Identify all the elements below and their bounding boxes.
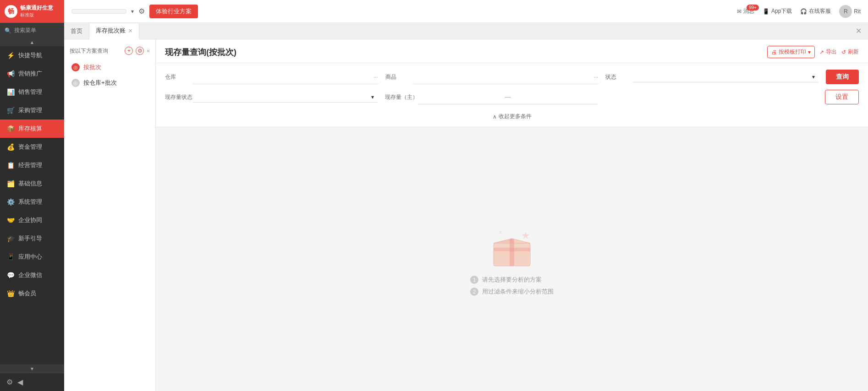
sidebar-bottom: ⚙ ◀	[0, 373, 64, 391]
close-all-tabs-button[interactable]: ✕	[849, 27, 868, 35]
sidebar-item-system[interactable]: ⚙️ 系统管理	[0, 193, 64, 211]
trial-industry-button[interactable]: 体验行业方案	[149, 5, 198, 18]
messages-item[interactable]: ✉ 消息 99+	[737, 7, 754, 15]
company-name: 畅康通好生意	[20, 5, 53, 12]
online-service-item[interactable]: 🎧 在线客服	[800, 7, 831, 15]
plan-item-batch[interactable]: ◎ 按批次	[64, 60, 155, 75]
sidebar-item-operations[interactable]: 📋 经营管理	[0, 156, 64, 174]
stock-qty-max-input[interactable]	[513, 92, 598, 102]
empty-step1-label: 请先选择要分析的方案	[482, 276, 542, 284]
collapse-more-button[interactable]: ∧ 收起更多条件	[165, 110, 859, 120]
sidebar-nav: ⚡ 快捷导航 📢 营销推广 📊 销售管理 🛒 采购管理 📦 库存核算 💰 资金管…	[0, 46, 64, 364]
marketing-icon: 📢	[6, 70, 15, 78]
sidebar-item-enterprise[interactable]: 🤝 企业协同	[0, 211, 64, 229]
svg-marker-4	[498, 229, 503, 234]
settings-icon[interactable]: ⚙	[6, 378, 13, 386]
topbar-search-box	[71, 9, 126, 14]
print-dropdown-icon[interactable]: ▾	[808, 49, 811, 55]
tab-batch-account[interactable]: 库存批次账 ✕	[89, 23, 139, 39]
svg-marker-3	[522, 232, 529, 239]
stock-qty-filter-group: 现存量（主） —	[385, 90, 598, 104]
sidebar-item-wechat[interactable]: 💬 企业微信	[0, 266, 64, 284]
query-button[interactable]: 查询	[826, 70, 859, 84]
collapse-icon: ∧	[493, 114, 497, 120]
sidebar-item-quick-nav[interactable]: ⚡ 快捷导航	[0, 46, 64, 65]
app-download-item[interactable]: 📱 App下载	[763, 7, 792, 15]
product-more-icon[interactable]: ···	[593, 74, 598, 80]
product-filter-group: 商品 ···	[385, 70, 599, 84]
svg-rect-1	[510, 239, 514, 266]
topbar-dropdown-icon[interactable]: ▾	[131, 8, 134, 15]
product-input-wrapper: ···	[413, 70, 599, 84]
app-download-icon: 📱	[763, 8, 769, 15]
avatar: R	[839, 5, 852, 18]
member-icon: 👑	[6, 289, 15, 298]
step-num-2: 2	[470, 288, 478, 296]
plan-item-warehouse-batch[interactable]: ◎ 按仓库+批次	[64, 75, 155, 91]
newbie-icon: 🎓	[6, 234, 15, 243]
stock-qty-range-wrapper: —	[418, 90, 598, 104]
tab-close-icon[interactable]: ✕	[128, 28, 132, 34]
collapse-panel-button[interactable]: «	[147, 48, 150, 54]
sidebar-scroll-up[interactable]: ▲	[0, 38, 64, 46]
collapse-sidebar-icon[interactable]: ◀	[17, 378, 23, 386]
print-button[interactable]: 🖨 按模板打印 ▾	[767, 46, 815, 58]
left-panel: 按以下方案查询 + ⚙ « ◎ 按批次 ◎ 按仓库+批次	[64, 39, 156, 391]
app-icon: 📱	[6, 253, 15, 261]
empty-step-1: 1 请先选择要分析的方案	[470, 276, 554, 284]
add-plan-button[interactable]: +	[125, 47, 133, 55]
tabbar: 首页 库存批次账 ✕ ✕	[64, 23, 868, 39]
sidebar-item-label: 应用中心	[18, 253, 42, 261]
sidebar-item-purchase[interactable]: 🛒 采购管理	[0, 101, 64, 119]
user-name: Rit	[854, 8, 861, 15]
topbar-right: ✉ 消息 99+ 📱 App下载 🎧 在线客服 R Rit	[737, 5, 861, 18]
topbar-gear-icon[interactable]: ⚙	[138, 7, 145, 16]
status-filter-group: 状态 ▾	[605, 72, 819, 82]
refresh-button[interactable]: ↺ 刷新	[841, 48, 859, 56]
quick-nav-icon: ⚡	[6, 51, 15, 60]
sidebar-item-sales[interactable]: 📊 销售管理	[0, 83, 64, 101]
service-icon: 🎧	[800, 8, 807, 15]
status-select[interactable]: ▾	[633, 72, 819, 82]
sidebar-item-basic[interactable]: 🗂️ 基础信息	[0, 174, 64, 193]
sidebar-header: 畅 畅康通好生意 标准版	[0, 0, 64, 23]
tab-home[interactable]: 首页	[64, 23, 89, 39]
stock-qty-min-input[interactable]	[418, 92, 503, 102]
purchase-icon: 🛒	[6, 106, 15, 114]
tab-batch-label: 库存批次账	[96, 27, 126, 35]
plan-settings-button[interactable]: ⚙	[136, 47, 144, 55]
sidebar-item-marketing[interactable]: 📢 营销推广	[0, 65, 64, 83]
sidebar-item-label: 新手引导	[18, 234, 42, 243]
filter-area: 仓库 ··· 商品 ··· 状态	[156, 63, 868, 127]
topbar: ▾ ⚙ 体验行业方案 ✉ 消息 99+ 📱 App下载 🎧 在线客服 R	[64, 0, 868, 23]
sidebar-item-label: 资金管理	[18, 143, 42, 151]
export-button[interactable]: ↗ 导出	[819, 48, 837, 56]
message-icon: ✉	[737, 8, 742, 15]
search-menu-label: 搜索菜单	[14, 27, 36, 34]
warehouse-more-icon[interactable]: ···	[374, 74, 378, 80]
page-header: 现存量查询(按批次) 🖨 按模板打印 ▾ ↗ 导出 ↺ 刷新	[156, 39, 868, 63]
sidebar-item-finance[interactable]: 💰 资金管理	[0, 138, 64, 156]
sidebar-item-inventory[interactable]: 📦 库存核算	[0, 119, 64, 138]
product-input[interactable]	[413, 72, 592, 82]
sidebar-item-newbie[interactable]: 🎓 新手引导	[0, 229, 64, 248]
finance-icon: 💰	[6, 143, 15, 151]
sidebar-item-app[interactable]: 📱 应用中心	[0, 248, 64, 266]
operations-icon: 📋	[6, 161, 15, 169]
stock-status-dropdown-icon: ▾	[371, 94, 374, 100]
sidebar-search[interactable]: 🔍 搜索菜单	[0, 23, 64, 38]
user-item[interactable]: R Rit	[839, 5, 861, 18]
wechat-icon: 💬	[6, 271, 15, 279]
warehouse-input-wrapper: ···	[192, 70, 378, 84]
main-content: ▾ ⚙ 体验行业方案 ✉ 消息 99+ 📱 App下载 🎧 在线客服 R	[64, 0, 868, 391]
stock-qty-label: 现存量（主）	[385, 93, 418, 101]
inventory-icon: 📦	[6, 125, 15, 133]
settings-button[interactable]: 设置	[825, 90, 859, 104]
warehouse-input[interactable]	[192, 72, 372, 82]
sidebar-item-label: 销售管理	[18, 88, 42, 96]
stock-status-select[interactable]: ▾	[192, 92, 378, 103]
sidebar-scroll-down[interactable]: ▼	[0, 364, 64, 373]
sidebar-item-member[interactable]: 👑 畅会员	[0, 284, 64, 303]
empty-state: 1 请先选择要分析的方案 2 用过滤条件来缩小分析范围	[156, 127, 868, 391]
sidebar: 畅 畅康通好生意 标准版 🔍 搜索菜单 ▲ ⚡ 快捷导航 📢 营销推广 📊 销售…	[0, 0, 64, 391]
